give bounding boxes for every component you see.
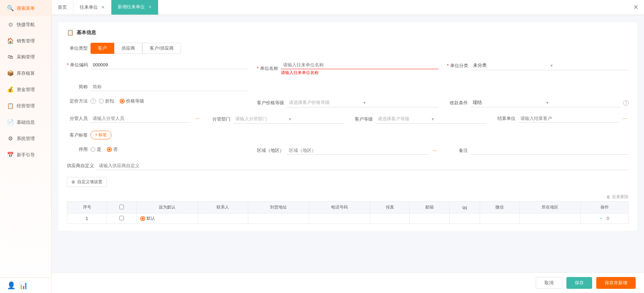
discount-radio (99, 99, 104, 104)
add-row-btn[interactable]: ＋ (599, 216, 603, 221)
payment-select[interactable]: 现结 ▾ (471, 98, 620, 107)
price-level-radio (120, 99, 125, 104)
col-address: 到货地址 (248, 202, 309, 213)
tab-partner[interactable]: 往来单位 ✕ (73, 0, 111, 15)
delete-row-btn[interactable]: 🗑 (606, 216, 610, 221)
customer-level-label: 客户等级 (352, 116, 373, 122)
unit-category-group: 单位分类 未分类 ▾ (447, 61, 629, 70)
sidebar-item-label: 新手引导 (17, 152, 35, 158)
batch-delete-label[interactable]: 批量删除 (612, 194, 629, 200)
payment-help-icon[interactable]: ? (623, 100, 629, 106)
tab-new-partner[interactable]: 新增往来单位 ✕ (111, 0, 158, 15)
unit-type-label: 单位类型 (67, 45, 88, 51)
custom-setting-button[interactable]: ⚙ 自定义项设置 (67, 177, 107, 187)
sidebar-item-basic[interactable]: 📄 基础信息 (0, 114, 51, 130)
dept-select[interactable]: 请输入分管部门 ▾ (233, 114, 344, 124)
row-address (248, 213, 309, 224)
chart-icon[interactable]: 📊 (19, 281, 28, 290)
sidebar-item-guide[interactable]: 📅 新手引导 (0, 147, 51, 163)
user-icon[interactable]: 👤 (7, 281, 16, 290)
col-wechat: 微信 (480, 202, 519, 213)
customer-level-select[interactable]: 请选择客户等级 ▾ (376, 114, 486, 124)
sidebar-item-purchase[interactable]: 🛍 采购管理 (0, 49, 51, 65)
disable-yes-option[interactable]: 是 (91, 146, 101, 153)
dept-placeholder: 请输入分管部门 (235, 116, 288, 122)
chevron-down-icon: ▾ (550, 63, 627, 68)
guide-icon: 📅 (7, 152, 14, 158)
pricing-discount-option[interactable]: 折扣 (99, 98, 114, 104)
search-icon: 🔍 (7, 5, 14, 11)
sales-icon: 🏠 (7, 38, 14, 44)
chevron-down-icon2: ▾ (363, 100, 437, 105)
select-all-checkbox[interactable] (119, 205, 124, 209)
sidebar-bottom: 👤 📊 (0, 277, 51, 293)
quick-nav-icon: ⊙ (7, 21, 14, 28)
pricing-help-icon[interactable]: ? (91, 98, 96, 104)
sidebar-item-inventory[interactable]: 📦 库存核算 (0, 65, 51, 81)
price-level-label: 价格等级 (126, 98, 144, 104)
sidebar-item-sales[interactable]: 🏠 销售管理 (0, 33, 51, 49)
tab-home[interactable]: 首页 (52, 0, 73, 15)
sidebar-item-system[interactable]: ⚙ 系统管理 (0, 130, 51, 147)
supplier-custom-group: 供应商自定义 (67, 162, 629, 170)
manager-input[interactable] (91, 114, 191, 123)
row-checkbox (107, 213, 137, 224)
row-default-radio[interactable]: 默认 (140, 215, 194, 221)
save-button[interactable]: 保存 (566, 277, 592, 289)
tab-new-partner-close[interactable]: ✕ (148, 5, 152, 9)
unit-code-input[interactable] (91, 61, 249, 69)
row-select-checkbox[interactable] (119, 216, 124, 220)
main-area: 首页 往来单位 ✕ 新增往来单位 ✕ ✕ 📋 基本信息 单位类型 客户 (52, 0, 644, 293)
disable-no-option[interactable]: 否 (107, 146, 118, 153)
col-action: 操作 (581, 202, 629, 213)
dept-label: 分管部门 (210, 116, 230, 122)
settlement-more-btn[interactable]: ··· (621, 115, 629, 122)
row-fax (370, 213, 410, 224)
sidebar-item-operation[interactable]: 📋 经营管理 (0, 98, 51, 114)
content-area: 📋 基本信息 单位类型 客户 供应商 客户/供应商 单位编码 (52, 15, 644, 272)
section-title-icon: 📋 (67, 29, 74, 36)
remark-input[interactable] (471, 146, 629, 155)
type-btn-both[interactable]: 客户/供应商 (142, 43, 181, 54)
sidebar-item-quick-nav[interactable]: ⊙ 快捷导航 (0, 16, 51, 33)
customer-price-select[interactable]: 请选择客户价格等级 ▾ (287, 98, 439, 107)
tab-close-all[interactable]: ✕ (628, 3, 644, 11)
basic-info-section: 📋 基本信息 单位类型 客户 供应商 客户/供应商 单位编码 (58, 22, 637, 231)
col-checkbox (107, 202, 137, 213)
customer-price-group: 客户价格等级 请选择客户价格等级 ▾ (257, 98, 439, 107)
remark-group: 备注 (447, 146, 629, 155)
manager-more-btn[interactable]: ··· (194, 115, 201, 122)
col-qq: qq (449, 202, 480, 213)
chevron-down-icon3: ▾ (546, 100, 618, 105)
type-btn-supplier[interactable]: 供应商 (114, 43, 142, 54)
sidebar-item-finance[interactable]: 💰 资金管理 (0, 81, 51, 98)
pricing-label: 定价方法 (67, 98, 88, 104)
sidebar-item-search[interactable]: 🔍 搜索菜单 (0, 0, 51, 16)
section-title-text: 基本信息 (77, 30, 96, 36)
unit-name-label: 单位名称 (257, 65, 278, 72)
unit-category-select[interactable]: 未分类 ▾ (471, 61, 629, 70)
unit-name-error: 请输入往来单位名称 (281, 70, 439, 76)
cancel-button[interactable]: 取消 (536, 277, 562, 289)
payment-label: 收款条件 (447, 100, 468, 106)
contact-table: 序号 设为默认 联系人 到货地址 电话号码 传真 邮箱 qq 微信 所在地区 操… (67, 201, 629, 224)
supplier-custom-input[interactable] (97, 162, 629, 170)
col-email: 邮箱 (410, 202, 449, 213)
tab-partner-close[interactable]: ✕ (101, 5, 105, 10)
unit-code-group: 单位编码 (67, 61, 249, 69)
pricing-group: 定价方法 ? 折扣 价格等级 (67, 98, 249, 104)
save-new-button[interactable]: 保存并新增 (596, 277, 636, 289)
settlement-input[interactable] (518, 114, 619, 123)
add-tag-button[interactable]: + 标签 (91, 131, 111, 139)
type-btn-customer[interactable]: 客户 (91, 43, 114, 54)
short-name-input[interactable] (91, 83, 249, 91)
row-email (410, 213, 449, 224)
manager-row: 分管人员 ··· 分管部门 请输入分管部门 ▾ 客户等级 请选择客户等级 ▾ (67, 114, 629, 124)
pricing-level-option[interactable]: 价格等级 (120, 98, 144, 104)
batch-delete-area: 🗑 批量删除 (67, 194, 629, 200)
area-input[interactable] (287, 146, 429, 155)
unit-name-input[interactable] (281, 61, 439, 69)
short-name-group: 简称 (67, 83, 249, 91)
area-more-btn[interactable]: ··· (431, 147, 439, 154)
unit-name-group: 单位名称 请输入往来单位名称 (257, 61, 439, 76)
